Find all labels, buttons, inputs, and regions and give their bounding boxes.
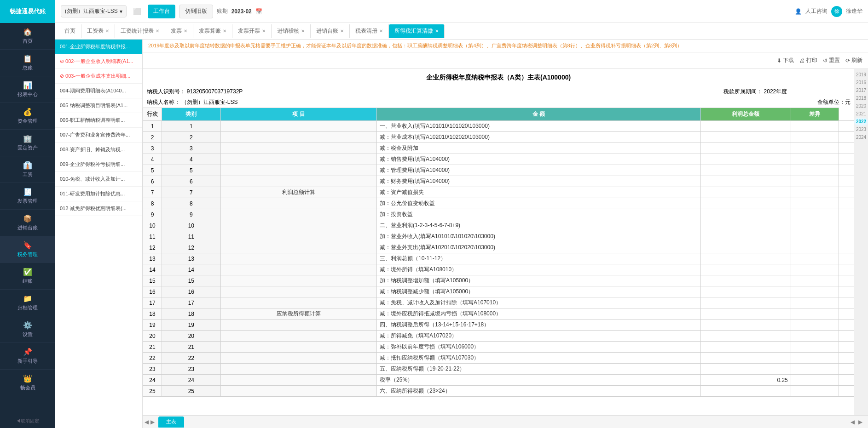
row-diff[interactable] xyxy=(839,331,854,342)
row-profit[interactable] xyxy=(791,154,839,165)
row-profit[interactable] xyxy=(791,209,839,220)
sidebar-item-settings[interactable]: ⚙️设置 xyxy=(0,316,55,343)
report-list-item-006[interactable]: 006-职工薪酬纳税调整明细... xyxy=(55,113,142,128)
sidebar-item-archive[interactable]: 📁归档管理 xyxy=(0,290,55,316)
row-amount[interactable] xyxy=(701,364,791,375)
sidebar-item-asset[interactable]: 🏢固定资产 xyxy=(0,130,55,156)
row-amount[interactable] xyxy=(701,198,791,209)
report-list-item-005[interactable]: 005-纳税调整项目明细表(A1... xyxy=(55,98,142,113)
row-amount[interactable]: 0.25 xyxy=(701,375,791,386)
scroll-right-button[interactable]: ▶ xyxy=(856,419,864,425)
row-amount[interactable] xyxy=(701,342,791,353)
sidebar-item-tax-mgr[interactable]: 🔖税务管理 xyxy=(0,236,55,263)
row-amount[interactable] xyxy=(701,386,791,397)
row-diff[interactable] xyxy=(839,275,854,286)
row-amount[interactable] xyxy=(701,264,791,275)
row-amount[interactable] xyxy=(701,275,791,286)
row-amount[interactable] xyxy=(701,176,791,187)
row-diff[interactable] xyxy=(839,242,854,253)
row-amount[interactable] xyxy=(701,253,791,264)
row-amount[interactable] xyxy=(701,143,791,154)
report-list-item-009[interactable]: 009-企业所得税补亏损明细... xyxy=(55,157,142,172)
row-profit[interactable] xyxy=(791,275,839,286)
row-amount[interactable] xyxy=(701,187,791,198)
tab-close-invoice-calc[interactable]: ✕ xyxy=(223,29,226,34)
row-profit[interactable] xyxy=(791,264,839,275)
row-diff[interactable] xyxy=(839,297,854,308)
report-list-item-011[interactable]: 011-研发费用加计扣除优惠... xyxy=(55,187,142,201)
timeline-year-2017[interactable]: 2017 xyxy=(856,86,866,94)
row-amount[interactable] xyxy=(701,165,791,176)
report-list-item-001[interactable]: 001-企业所得税年度纳税申报... xyxy=(55,40,142,54)
row-diff[interactable] xyxy=(839,165,854,176)
row-profit[interactable] xyxy=(791,165,839,176)
tab-invoice[interactable]: 发票✕ xyxy=(165,24,193,38)
tab-close-sales-check[interactable]: ✕ xyxy=(301,29,305,34)
tab-home[interactable]: 首页 xyxy=(59,24,81,38)
row-diff[interactable] xyxy=(839,176,854,187)
user-service-label[interactable]: 人工咨询 xyxy=(805,7,827,15)
row-amount[interactable] xyxy=(701,209,791,220)
row-profit[interactable] xyxy=(791,375,839,386)
row-diff[interactable] xyxy=(839,353,854,364)
report-list-item-003[interactable]: ⊘ 003-一般企业成本支出明细... xyxy=(55,69,142,84)
timeline-year-2021[interactable]: 2021 xyxy=(856,110,866,118)
row-amount[interactable] xyxy=(701,297,791,308)
row-profit[interactable] xyxy=(791,308,839,320)
row-diff[interactable] xyxy=(839,121,854,132)
timeline-year-2022[interactable]: 2022 xyxy=(854,118,868,126)
sidebar-item-ledger[interactable]: 📋总账 xyxy=(0,50,55,76)
row-amount[interactable] xyxy=(701,154,791,165)
row-profit[interactable] xyxy=(791,143,839,154)
row-amount[interactable] xyxy=(701,308,791,320)
row-profit[interactable] xyxy=(791,132,839,143)
sidebar-item-settlement[interactable]: ✅结账 xyxy=(0,263,55,290)
tab-income-tax[interactable]: 所得税汇算清缴✕ xyxy=(389,24,445,38)
scroll-left-button[interactable]: ◀ xyxy=(849,419,856,425)
report-list-item-010[interactable]: 010-免税、减计收入及加计... xyxy=(55,172,142,187)
row-diff[interactable] xyxy=(839,220,854,231)
tab-invoice-calc[interactable]: 发票算账✕ xyxy=(193,24,232,38)
row-diff[interactable] xyxy=(839,187,854,198)
tab-close-salary-report[interactable]: ✕ xyxy=(156,29,159,34)
prev-sheet-button[interactable]: ◀ xyxy=(145,419,149,425)
sidebar-item-home[interactable]: 🏠首页 xyxy=(0,23,55,50)
tab-close-invoice-open[interactable]: ✕ xyxy=(262,29,266,34)
work-desk-button[interactable]: 工作台 xyxy=(148,5,175,18)
tab-sales-check[interactable]: 进销稽核✕ xyxy=(272,24,311,38)
row-profit[interactable] xyxy=(791,364,839,375)
report-list-item-012[interactable]: 012-减免所得税优惠明细表(... xyxy=(55,201,142,216)
row-amount[interactable] xyxy=(701,353,791,364)
tab-close-salary[interactable]: ✕ xyxy=(105,29,109,34)
tab-close-income-tax[interactable]: ✕ xyxy=(435,29,439,34)
row-profit[interactable] xyxy=(791,220,839,231)
row-profit[interactable] xyxy=(791,297,839,308)
refresh-button[interactable]: ⟳ 刷新 xyxy=(845,57,862,64)
row-profit[interactable] xyxy=(791,386,839,397)
row-diff[interactable] xyxy=(839,198,854,209)
row-profit[interactable] xyxy=(791,320,839,331)
timeline-year-2018[interactable]: 2018 xyxy=(856,94,866,102)
tab-invoice-open[interactable]: 发票开票✕ xyxy=(232,24,272,38)
sheet-tab-主表[interactable]: 主表 xyxy=(158,417,184,428)
row-diff[interactable] xyxy=(839,264,854,275)
tab-sales-account[interactable]: 进销台账✕ xyxy=(311,24,350,38)
tab-close-invoice[interactable]: ✕ xyxy=(184,29,187,34)
print-button[interactable]: 🖨 打印 xyxy=(799,57,817,64)
sidebar-item-invoice-mgr[interactable]: 🧾发票管理 xyxy=(0,183,55,210)
row-diff[interactable] xyxy=(839,364,854,375)
tab-salary-report[interactable]: 工资统计报表✕ xyxy=(115,24,165,38)
row-profit[interactable] xyxy=(791,198,839,209)
tab-salary[interactable]: 工资表✕ xyxy=(81,24,115,38)
report-list-item-004[interactable]: 004-期间费用明细表(A1040... xyxy=(55,84,142,98)
sidebar-item-fund[interactable]: 💰资金管理 xyxy=(0,103,55,130)
sidebar-item-member[interactable]: 👑畅会员 xyxy=(0,370,55,396)
row-diff[interactable] xyxy=(839,320,854,331)
row-profit[interactable] xyxy=(791,121,839,132)
row-diff[interactable] xyxy=(839,342,854,353)
row-profit[interactable] xyxy=(791,187,839,198)
tab-tax-table[interactable]: 税表清册✕ xyxy=(350,24,389,38)
row-profit[interactable] xyxy=(791,353,839,364)
row-profit[interactable] xyxy=(791,342,839,353)
row-diff[interactable] xyxy=(839,375,854,386)
